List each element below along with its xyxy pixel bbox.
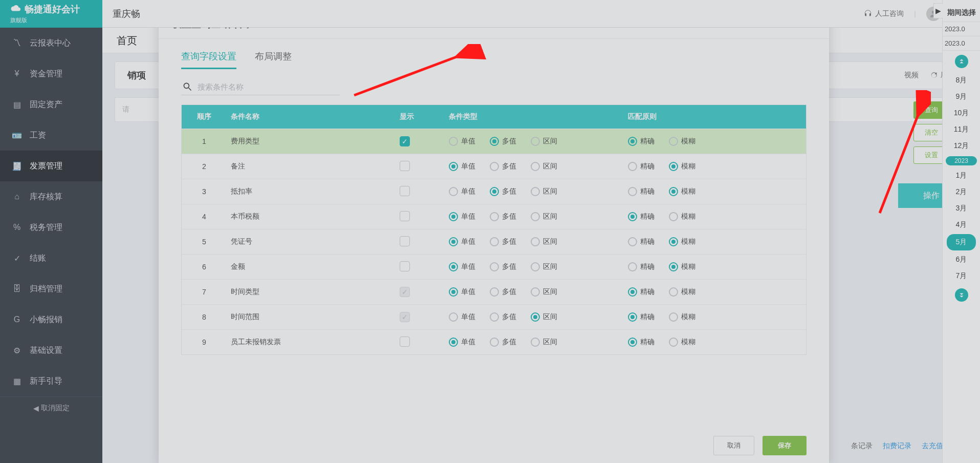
modal-overlay[interactable] <box>0 0 980 463</box>
